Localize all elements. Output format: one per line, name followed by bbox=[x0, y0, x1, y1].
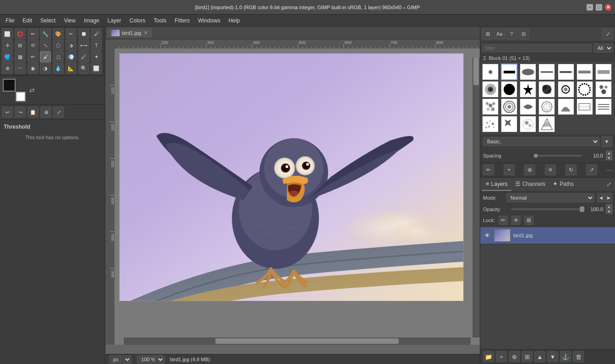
brushes-settings-btn[interactable]: ⊟ bbox=[518, 28, 529, 39]
mode-prev-btn[interactable]: ◀ bbox=[597, 193, 604, 202]
brush-item[interactable] bbox=[501, 116, 517, 132]
airbrush-tool[interactable]: 💨 bbox=[66, 51, 77, 62]
text-tool[interactable]: T bbox=[91, 40, 102, 51]
new-layer-btn[interactable]: + bbox=[496, 351, 507, 362]
brush-item[interactable] bbox=[558, 98, 574, 115]
brush-new-btn[interactable]: + bbox=[504, 164, 515, 175]
scale-tool[interactable]: ⤡ bbox=[40, 40, 51, 51]
menu-item-file[interactable]: File bbox=[2, 16, 18, 25]
brush-item[interactable] bbox=[538, 116, 555, 132]
shear-tool[interactable]: ⬡ bbox=[53, 40, 64, 51]
opacity-decrease[interactable]: ▼ bbox=[606, 209, 612, 214]
brush-more-btn[interactable]: ··· bbox=[607, 166, 612, 174]
brush-filter-input[interactable] bbox=[482, 44, 592, 52]
view-button[interactable]: 🖥 bbox=[40, 107, 51, 118]
brush-item[interactable] bbox=[501, 81, 517, 98]
rect-select-tool[interactable]: ⬜ bbox=[2, 28, 13, 39]
brush-duplicate-btn[interactable]: ⊕ bbox=[524, 164, 535, 175]
ink-tool[interactable]: 🖊 bbox=[78, 51, 89, 62]
perspective-tool[interactable]: ⬗ bbox=[66, 40, 77, 51]
brush-category-select[interactable]: Basic, bbox=[483, 137, 599, 146]
menu-item-layer[interactable]: Layer bbox=[104, 16, 125, 25]
minimize-button[interactable]: – bbox=[587, 4, 593, 11]
delete-layer-btn[interactable]: 🗑 bbox=[573, 351, 584, 362]
brush-item[interactable] bbox=[577, 81, 593, 98]
foreground-color-swatch[interactable] bbox=[3, 79, 16, 92]
redo-button[interactable]: ↪ bbox=[15, 107, 26, 118]
align-tool[interactable]: ⊞ bbox=[15, 40, 26, 51]
threshold-tool[interactable]: ⬜ bbox=[91, 63, 102, 74]
brush-delete-btn[interactable]: ✕ bbox=[545, 164, 556, 175]
menu-item-colors[interactable]: Colors bbox=[126, 16, 149, 25]
paintbrush-tool[interactable]: 🖌 bbox=[40, 51, 51, 62]
brushes-expand-btn[interactable]: ⤢ bbox=[602, 28, 613, 39]
color-picker-tool[interactable]: 💧 bbox=[53, 63, 64, 74]
canvas-tab[interactable]: bird1.jpg ✕ bbox=[107, 28, 152, 38]
paths-tool[interactable]: 🖋 bbox=[91, 28, 102, 39]
unit-selector[interactable]: px mm in bbox=[109, 355, 132, 364]
opacity-slider[interactable] bbox=[511, 208, 584, 210]
pencil-tool[interactable]: ✏ bbox=[27, 51, 38, 62]
heal-tool[interactable]: ✦ bbox=[91, 51, 102, 62]
tab-paths[interactable]: ✦ Paths bbox=[549, 178, 577, 191]
scissors-select-tool[interactable]: ✂ bbox=[66, 28, 77, 39]
fuzzy-select-tool[interactable]: 🔧 bbox=[40, 28, 51, 39]
canvas-image[interactable] bbox=[120, 54, 463, 301]
tab-channels[interactable]: ☰ Channels bbox=[511, 178, 549, 191]
smudge-tool[interactable]: 〰 bbox=[15, 63, 26, 74]
spacing-decrease[interactable]: ▼ bbox=[606, 156, 612, 160]
brush-item[interactable] bbox=[482, 81, 499, 98]
menu-item-tools[interactable]: Tools bbox=[150, 16, 170, 25]
blend-tool[interactable]: ▦ bbox=[15, 51, 26, 62]
menu-item-select[interactable]: Select bbox=[37, 16, 59, 25]
background-color-swatch[interactable] bbox=[16, 92, 26, 102]
opacity-increase[interactable]: ▲ bbox=[606, 204, 612, 209]
move-layer-up-btn[interactable]: ▲ bbox=[534, 351, 545, 362]
brush-item[interactable] bbox=[482, 64, 499, 80]
transform-tool[interactable]: ⟲ bbox=[27, 40, 38, 51]
brush-item[interactable] bbox=[595, 81, 612, 98]
brush-item-selected[interactable] bbox=[501, 64, 517, 80]
brushes-help-btn[interactable]: ? bbox=[506, 28, 517, 39]
zoom-tool[interactable]: 🔍 bbox=[78, 63, 89, 74]
brush-category-dropdown[interactable]: ▼ bbox=[601, 136, 612, 147]
select-by-color-tool[interactable]: 🎨 bbox=[53, 28, 64, 39]
duplicate-layer-btn[interactable]: ⊕ bbox=[509, 351, 520, 362]
brush-item[interactable] bbox=[538, 81, 555, 98]
menu-item-windows[interactable]: Windows bbox=[194, 16, 224, 25]
brush-item[interactable] bbox=[558, 64, 574, 80]
layer-row[interactable]: 👁 bird1.jpg bbox=[480, 227, 615, 244]
menu-item-edit[interactable]: Edit bbox=[19, 16, 36, 25]
undo-button[interactable]: ↩ bbox=[2, 107, 13, 118]
menu-item-filters[interactable]: Filters bbox=[171, 16, 193, 25]
brush-item[interactable] bbox=[577, 64, 593, 80]
free-select-tool[interactable]: ✏ bbox=[27, 28, 38, 39]
new-layer-group-btn[interactable]: 📁 bbox=[483, 351, 494, 362]
lock-alpha-btn[interactable]: ⊞ bbox=[524, 216, 533, 225]
brush-item[interactable] bbox=[577, 98, 593, 115]
brush-item[interactable] bbox=[595, 64, 612, 80]
brushes-view-btn1[interactable]: ⊞ bbox=[482, 28, 493, 39]
move-layer-down-btn[interactable]: ▼ bbox=[547, 351, 558, 362]
opacity-slider-thumb[interactable] bbox=[580, 206, 584, 212]
horizontal-scrollbar[interactable] bbox=[124, 337, 471, 345]
layers-panel-expand[interactable]: ⤢ bbox=[604, 179, 613, 190]
zoom-selector[interactable]: 100 % 50 % 200 % bbox=[137, 355, 165, 364]
merge-layers-btn[interactable]: ⊞ bbox=[522, 351, 533, 362]
foreground-select-tool[interactable]: 🔲 bbox=[78, 28, 89, 39]
brush-item[interactable] bbox=[482, 98, 499, 115]
bucket-fill-tool[interactable]: 🪣 bbox=[2, 51, 13, 62]
tab-close-button[interactable]: ✕ bbox=[143, 30, 148, 35]
brush-edit-btn[interactable]: ✏ bbox=[483, 164, 494, 175]
mode-next-btn[interactable]: ▶ bbox=[605, 193, 612, 202]
spacing-slider-thumb[interactable] bbox=[534, 154, 538, 158]
anchor-layer-btn[interactable]: ⚓ bbox=[560, 351, 571, 362]
ellipse-select-tool[interactable]: ⭕ bbox=[15, 28, 26, 39]
horizontal-scrollbar-thumb[interactable] bbox=[215, 338, 399, 344]
tab-layers[interactable]: ≡ Layers bbox=[482, 178, 511, 191]
close-button[interactable]: ✕ bbox=[605, 4, 611, 11]
brush-item[interactable] bbox=[520, 81, 536, 98]
dodge-burn-tool[interactable]: ◑ bbox=[40, 63, 51, 74]
expand-button[interactable]: ⤢ bbox=[53, 107, 64, 118]
menu-item-image[interactable]: Image bbox=[80, 16, 103, 25]
